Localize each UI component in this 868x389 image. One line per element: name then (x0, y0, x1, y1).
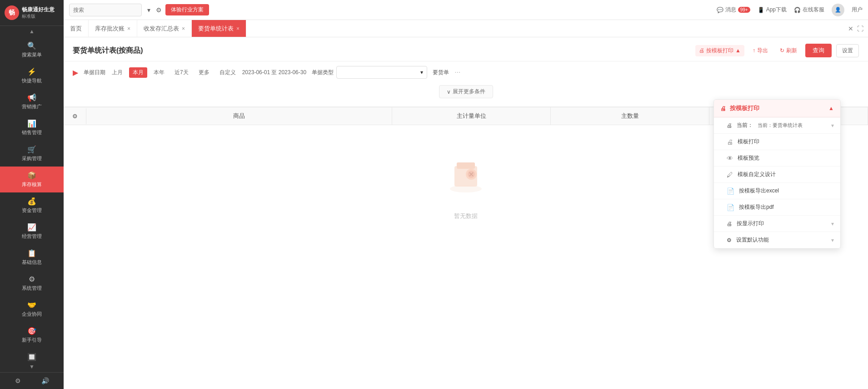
dropdown-current[interactable]: 🖨 当前： 当前：要货单统计表 ▾ (714, 117, 840, 134)
template-print-icon: 🖨 (727, 138, 733, 146)
date-btn-more[interactable]: 更多 (195, 67, 213, 78)
search-input[interactable] (69, 4, 142, 16)
export-label: 导出 (757, 47, 768, 55)
service-item[interactable]: 🎧 在线客服 (794, 6, 824, 14)
query-btn[interactable]: 查询 (805, 44, 832, 57)
date-btn-7days[interactable]: 近7天 (171, 67, 192, 78)
sidebar-item-purchase[interactable]: 🛒 采购管理 (0, 141, 64, 167)
sidebar-item-label: 新手引导 (22, 337, 42, 344)
main-area: ▾ ⚙ 体验行业方案 💬 消息 99+ 📱 App下载 🎧 在线客服 👤 用户 (64, 0, 868, 389)
filter-row: ▶ 单据日期 上月 本月 本年 近7天 更多 自定义 2023-06-01 至 … (73, 66, 859, 79)
tab-collection-summary-close[interactable]: × (182, 25, 185, 32)
gear-col-icon[interactable]: ⚙ (72, 113, 78, 120)
tab-home-label: 首页 (70, 25, 82, 33)
promo-button[interactable]: 体验行业方案 (165, 4, 209, 15)
sidebar-scroll-up[interactable]: ▲ (0, 26, 64, 37)
app-download-item[interactable]: 📱 App下载 (758, 6, 787, 14)
th-quantity: 主数量 (551, 107, 709, 125)
display-print-arrow: ▾ (831, 221, 834, 227)
dropdown-export-excel[interactable]: 📄 按模板导出excel (714, 183, 840, 199)
tab-maximize-btn[interactable]: ⛶ (857, 25, 863, 32)
sidebar-item-app-center[interactable]: 🔲 应用中心 (0, 348, 64, 361)
sidebar-logo: 畅 畅康通好生意 标准版 (0, 0, 64, 26)
message-item[interactable]: 💬 消息 99+ (717, 6, 750, 14)
tab-order-stats-close[interactable]: × (236, 25, 239, 32)
dropdown-template-design[interactable]: 🖊 模板自定义设计 (714, 167, 840, 183)
sidebar-item-enterprise[interactable]: 🤝 企业协同 (0, 296, 64, 322)
speaker-footer-icon[interactable]: 🔊 (41, 377, 49, 384)
logo-tag: 标准版 (22, 13, 55, 19)
avatar[interactable]: 👤 (832, 4, 844, 16)
sidebar-item-label: 经营管理 (22, 233, 42, 240)
marketing-icon: 📢 (27, 93, 36, 102)
tab-close-all-btn[interactable]: ✕ (848, 25, 853, 32)
dropdown-set-default[interactable]: ⚙ 设置默认功能 ▾ (714, 232, 840, 248)
sidebar-item-sales[interactable]: 📊 销售管理 (0, 115, 64, 141)
print-template-btn[interactable]: 🖨 按模板打印 ▲ (695, 45, 744, 56)
tabs-bar: 首页 库存批次账 × 收发存汇总表 × 要货单统计表 × ✕ ⛶ (64, 20, 868, 37)
dropdown-header[interactable]: 🖨 按模板打印 ▲ (714, 100, 840, 117)
dropdown-template-print[interactable]: 🖨 模板打印 (714, 134, 840, 150)
system-icon: ⚙ (29, 275, 35, 283)
print-dropdown-popup: 🖨 按模板打印 ▲ 🖨 当前： 当前：要货单统计表 ▾ 🖨 模板打印 (713, 99, 841, 249)
sidebar-item-operations[interactable]: 📈 经营管理 (0, 218, 64, 244)
th-product: 商品 (86, 107, 392, 125)
current-value: 当前：要货单统计表 (758, 122, 803, 129)
sidebar-item-label: 快捷导航 (22, 77, 42, 84)
topbar-gear-icon[interactable]: ⚙ (156, 6, 162, 14)
export-btn[interactable]: ↑ 导出 (749, 45, 772, 56)
print-icon: 🖨 (699, 47, 704, 54)
display-print-label: 按显示打印 (737, 220, 764, 227)
tab-home[interactable]: 首页 (64, 20, 89, 37)
refresh-btn[interactable]: ↻ 刷新 (776, 45, 801, 56)
dropdown-title: 按模板打印 (730, 104, 759, 112)
refresh-label: 刷新 (786, 47, 797, 55)
type-filter: 单据类型 ▾ (312, 66, 427, 79)
sidebar-item-basics[interactable]: 📋 基础信息 (0, 244, 64, 270)
sidebar-item-label: 基础信息 (22, 259, 42, 266)
sidebar-item-guide[interactable]: 🎯 新手引导 (0, 322, 64, 348)
date-btn-custom[interactable]: 自定义 (216, 67, 239, 78)
dropdown-template-preview[interactable]: 👁 模板预览 (714, 150, 840, 167)
sidebar-item-quick-nav[interactable]: ⚡ 快捷导航 (0, 63, 64, 89)
set-default-arrow: ▾ (831, 237, 834, 243)
finance-icon: 💰 (27, 197, 36, 206)
type-filter-label: 单据类型 (312, 69, 334, 76)
more-options-icon[interactable]: ··· (454, 68, 460, 76)
export-pdf-label: 按模板导出pdf (739, 203, 774, 211)
service-icon: 🎧 (794, 7, 801, 13)
current-icon: 🖨 (727, 122, 732, 129)
dropdown-display-print[interactable]: 🖨 按显示打印 ▾ (714, 216, 840, 232)
sidebar-item-finance[interactable]: 💰 资金管理 (0, 192, 64, 218)
date-btn-this-month[interactable]: 本月 (129, 67, 147, 78)
filter-expand-icon[interactable]: ▶ (73, 68, 78, 77)
page-title: 要货单统计表(按商品) (73, 46, 143, 56)
topbar-dropdown-btn[interactable]: ▾ (145, 5, 152, 15)
dropdown-export-pdf[interactable]: 📄 按模板导出pdf (714, 199, 840, 216)
message-badge: 99+ (738, 7, 750, 13)
tab-order-stats-label: 要货单统计表 (198, 25, 234, 33)
search-nav-icon: 🔍 (27, 41, 36, 50)
sidebar-item-search[interactable]: 🔍 搜索菜单 (0, 37, 64, 63)
page-header: 要货单统计表(按商品) 🖨 按模板打印 ▲ ↑ 导出 ↻ 刷新 查询 设置 (64, 37, 868, 61)
settings-btn[interactable]: 设置 (836, 44, 859, 57)
order-type-filter: 要货单 (433, 69, 449, 76)
sidebar-item-system[interactable]: ⚙ 系统管理 (0, 270, 64, 296)
date-btn-this-year[interactable]: 本年 (150, 67, 168, 78)
export-icon: ↑ (753, 47, 755, 54)
set-default-icon: ⚙ (727, 237, 732, 243)
message-label: 消息 (725, 6, 736, 14)
sidebar-item-label: 库存核算 (22, 181, 42, 188)
sidebar-item-label: 企业协同 (22, 311, 42, 318)
sidebar-item-inventory[interactable]: 📦 库存核算 (0, 167, 64, 192)
sidebar-item-marketing[interactable]: 📢 营销推广 (0, 89, 64, 115)
expand-more-btn[interactable]: ∨ 展开更多条件 (439, 85, 493, 98)
settings-footer-icon[interactable]: ⚙ (15, 377, 21, 384)
tab-batch-accounts-close[interactable]: × (127, 25, 130, 32)
type-select[interactable]: ▾ (336, 66, 427, 79)
date-btn-last-month[interactable]: 上月 (108, 67, 126, 78)
tab-collection-summary[interactable]: 收发存汇总表 × (137, 20, 192, 37)
tab-batch-accounts[interactable]: 库存批次账 × (89, 20, 137, 37)
sidebar-scroll-down[interactable]: ▼ (0, 361, 64, 372)
tab-order-stats[interactable]: 要货单统计表 × (192, 20, 246, 37)
